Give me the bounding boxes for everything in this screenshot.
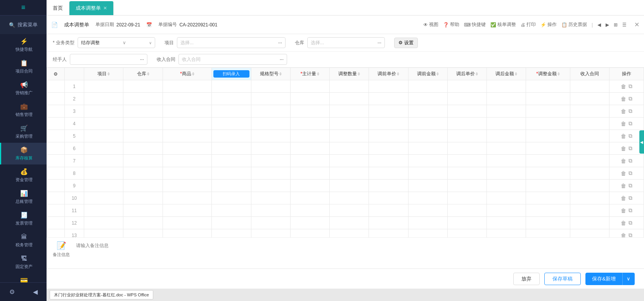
collapse-handle[interactable]: ◀: [639, 130, 644, 154]
tab-home[interactable]: 首页: [47, 1, 69, 15]
row-unit-6[interactable]: [290, 142, 329, 155]
row-delete-btn-1[interactable]: 🗑: [621, 83, 626, 90]
row-copy-btn-1[interactable]: ⧉: [628, 83, 632, 90]
row-delete-btn-2[interactable]: 🗑: [621, 96, 626, 102]
row-adj-amount-7[interactable]: [526, 155, 570, 167]
row-before-price-3[interactable]: [369, 105, 408, 118]
row-project-5[interactable]: [84, 130, 123, 142]
taskbar-item[interactable]: 木门行业好业财处理方案-暮红红.doc - WPS Office: [50, 290, 153, 299]
row-after-amount-8[interactable]: [487, 167, 526, 180]
toolbar-view-btn[interactable]: 👁 视图: [423, 21, 438, 28]
row-delete-btn-7[interactable]: 🗑: [621, 158, 626, 164]
col-before-price-header[interactable]: 调前单价: [369, 68, 408, 80]
row-adj-qty-12[interactable]: [330, 217, 369, 229]
row-spec-10[interactable]: [251, 192, 290, 204]
col-unit-header[interactable]: *主计量: [290, 68, 329, 80]
toolbar-history-btn[interactable]: 📋 历史票据: [561, 21, 587, 28]
row-spec-12[interactable]: [251, 217, 290, 229]
row-scan-11[interactable]: [212, 204, 251, 217]
row-product-11[interactable]: [163, 204, 212, 217]
settings-btn[interactable]: ⚙ 设置: [394, 38, 418, 48]
row-after-price-11[interactable]: [447, 204, 486, 217]
col-adj-qty-header[interactable]: 调整数量: [330, 68, 369, 80]
row-scan-10[interactable]: [212, 192, 251, 204]
row-unit-5[interactable]: [290, 130, 329, 142]
row-scan-8[interactable]: [212, 167, 251, 180]
row-adj-amount-3[interactable]: [526, 105, 570, 118]
col-project-header[interactable]: 项目: [84, 68, 123, 80]
row-before-amount-13[interactable]: [408, 229, 447, 238]
col-adj-amount-header[interactable]: *调整金额: [526, 68, 570, 80]
row-before-amount-4[interactable]: [408, 118, 447, 130]
sort-after-price-icon[interactable]: [476, 72, 478, 76]
row-warehouse-13[interactable]: [123, 229, 163, 238]
row-before-amount-7[interactable]: [408, 155, 447, 167]
row-adj-amount-4[interactable]: [526, 118, 570, 130]
row-copy-btn-8[interactable]: ⧉: [628, 170, 632, 176]
row-delete-btn-3[interactable]: 🗑: [621, 108, 626, 114]
row-before-price-12[interactable]: [369, 217, 408, 229]
row-income-5[interactable]: [570, 130, 609, 142]
row-delete-btn-6[interactable]: 🗑: [621, 145, 626, 152]
row-project-1[interactable]: [84, 80, 123, 93]
row-spec-1[interactable]: [251, 80, 290, 93]
row-unit-7[interactable]: [290, 155, 329, 167]
row-project-6[interactable]: [84, 142, 123, 155]
sidebar-item-sales-promotion[interactable]: 📢 营销推广: [0, 78, 47, 99]
sidebar-item-invoice-mgmt[interactable]: 🧾 发票管理: [0, 208, 47, 230]
sort-warehouse-icon[interactable]: [147, 72, 149, 76]
sort-adj-qty-icon[interactable]: [358, 72, 360, 76]
row-delete-btn-11[interactable]: 🗑: [621, 208, 626, 214]
row-adj-amount-11[interactable]: [526, 204, 570, 217]
row-spec-2[interactable]: [251, 93, 290, 105]
sidebar-item-inventory[interactable]: 📦 库存核算: [0, 143, 47, 164]
sidebar-item-salary[interactable]: 💳 工资: [0, 273, 47, 282]
row-copy-btn-2[interactable]: ⧉: [628, 95, 632, 102]
row-warehouse-12[interactable]: [123, 217, 163, 229]
row-income-13[interactable]: [570, 229, 609, 238]
row-before-price-10[interactable]: [369, 192, 408, 204]
row-after-price-3[interactable]: [447, 105, 486, 118]
discard-button[interactable]: 放弃: [513, 273, 540, 285]
row-warehouse-1[interactable]: [123, 80, 163, 93]
row-warehouse-9[interactable]: [123, 180, 163, 192]
row-after-price-10[interactable]: [447, 192, 486, 204]
row-before-price-6[interactable]: [369, 142, 408, 155]
row-delete-btn-10[interactable]: 🗑: [621, 195, 626, 201]
sort-unit-icon[interactable]: [317, 72, 319, 76]
row-product-1[interactable]: [163, 80, 212, 93]
row-after-price-2[interactable]: [447, 93, 486, 105]
row-copy-btn-10[interactable]: ⧉: [628, 195, 632, 201]
col-after-amount-header[interactable]: 调后金额: [487, 68, 526, 80]
row-before-price-9[interactable]: [369, 180, 408, 192]
row-warehouse-2[interactable]: [123, 93, 163, 105]
tab-cost-adjustment[interactable]: 成本调整单 ✕: [69, 1, 114, 15]
project-dots[interactable]: ···: [278, 40, 282, 45]
handler-select[interactable]: ···: [70, 54, 147, 65]
row-before-amount-9[interactable]: [408, 180, 447, 192]
row-after-price-13[interactable]: [447, 229, 486, 238]
row-before-price-11[interactable]: [369, 204, 408, 217]
row-before-amount-12[interactable]: [408, 217, 447, 229]
row-scan-7[interactable]: [212, 155, 251, 167]
row-adj-qty-10[interactable]: [330, 192, 369, 204]
row-product-10[interactable]: [163, 192, 212, 204]
col-before-amount-header[interactable]: 调前金额: [408, 68, 447, 80]
row-after-amount-5[interactable]: [487, 130, 526, 142]
row-income-4[interactable]: [570, 118, 609, 130]
row-after-price-1[interactable]: [447, 80, 486, 93]
row-product-5[interactable]: [163, 130, 212, 142]
row-warehouse-3[interactable]: [123, 105, 163, 118]
toolbar-check-btn[interactable]: ✅ 核单调整: [490, 21, 516, 28]
sidebar-item-tax-mgmt[interactable]: 🏛 税务管理: [0, 230, 47, 251]
row-before-amount-6[interactable]: [408, 142, 447, 155]
row-adj-amount-13[interactable]: [526, 229, 570, 238]
row-product-7[interactable]: [163, 155, 212, 167]
row-unit-9[interactable]: [290, 180, 329, 192]
row-warehouse-5[interactable]: [123, 130, 163, 142]
row-warehouse-4[interactable]: [123, 118, 163, 130]
row-before-amount-10[interactable]: [408, 192, 447, 204]
row-income-12[interactable]: [570, 217, 609, 229]
row-project-9[interactable]: [84, 180, 123, 192]
row-unit-8[interactable]: [290, 167, 329, 180]
